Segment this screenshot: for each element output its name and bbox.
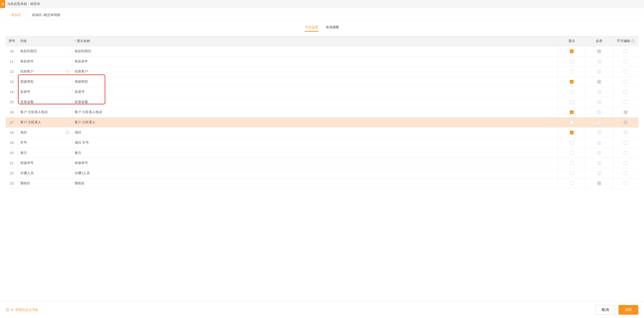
colname-text: 步骤人员 <box>20 171 34 175</box>
table-row: 18项目+项目 <box>6 128 638 138</box>
table-row: 10收款到期日收款到期日 <box>6 46 638 56</box>
page-banner: 当前设置单据： 销货单 <box>0 0 644 8</box>
colname-text: 结算客户 <box>20 70 34 74</box>
table-body: 10收款到期日收款到期日11收款条件收款条件12结算客户+结算客户13票据类型票… <box>6 46 638 188</box>
cell-dispname[interactable]: 发票号 <box>72 87 558 97</box>
checkbox-locked[interactable] <box>624 100 628 104</box>
checkbox-show[interactable] <box>570 110 574 114</box>
cell-required <box>586 138 613 148</box>
checkbox-locked <box>624 131 628 134</box>
cell-colname: 发票号 <box>18 87 72 97</box>
cell-dispname[interactable]: 发票金额 <box>72 97 558 107</box>
checkbox-show[interactable] <box>570 60 574 63</box>
checkbox-locked[interactable] <box>624 182 628 185</box>
add-child-button[interactable]: + <box>66 130 70 135</box>
cell-seq: 18 <box>6 128 18 138</box>
cell-dispname[interactable]: 步骤1人员 <box>72 168 558 178</box>
checkbox-show[interactable] <box>570 182 574 185</box>
cell-dispname[interactable]: 备注 <box>72 148 558 158</box>
cell-colname: 结算客户+ <box>18 66 72 76</box>
cell-show <box>558 118 586 127</box>
cell-seq: 22 <box>6 168 18 178</box>
cell-dispname[interactable]: 收款到期日 <box>72 46 558 56</box>
checkbox-locked[interactable] <box>624 151 628 155</box>
tab-primary-1[interactable]: 表体区–销货单明细 <box>26 10 66 20</box>
cell-seq: 19 <box>6 138 18 148</box>
checkbox-locked[interactable] <box>624 70 628 74</box>
checkbox-show[interactable] <box>570 80 574 84</box>
table-row: 19车号项目.车号 <box>6 138 638 148</box>
checkbox-locked[interactable] <box>624 80 628 84</box>
cell-required <box>586 97 613 107</box>
cell-show <box>558 168 586 178</box>
cell-dispname[interactable]: 结算客户 <box>72 66 558 76</box>
cell-locked <box>613 97 638 107</box>
checkbox-show[interactable] <box>570 131 574 134</box>
cell-colname: 客户.主联系人 <box>18 118 72 127</box>
th-show: 显示 <box>558 36 586 46</box>
tab-secondary-0[interactable]: 字段设置 <box>304 24 319 32</box>
cell-required <box>586 66 613 76</box>
checkbox-show[interactable] <box>570 151 574 155</box>
colname-text: 车号 <box>20 140 27 145</box>
colname-text: 发票金额 <box>20 100 34 104</box>
checkbox-show[interactable] <box>570 171 574 175</box>
cell-show <box>558 138 586 148</box>
cell-dispname[interactable]: 收款条件 <box>72 56 558 66</box>
checkbox-required <box>597 100 601 104</box>
cell-show <box>558 148 586 158</box>
cell-show <box>558 56 586 66</box>
cell-dispname[interactable]: 快递单号 <box>72 158 558 168</box>
checkbox-locked[interactable] <box>624 171 628 175</box>
cell-dispname[interactable]: 客户.主联系人电话 <box>72 107 558 117</box>
checkbox-show[interactable] <box>570 70 574 74</box>
collapse-panel-icon[interactable] <box>0 0 5 8</box>
add-child-button[interactable]: + <box>66 70 70 74</box>
table-row: 14发票号发票号 <box>6 87 638 97</box>
checkbox-required <box>597 131 601 134</box>
checkbox-show[interactable] <box>570 50 574 53</box>
colname-text: 快递单号 <box>20 161 34 165</box>
cell-locked <box>613 77 638 87</box>
colname-text: 客户.主联系人电话 <box>20 110 48 114</box>
colname-text: 收款到期日 <box>20 49 37 54</box>
tabs-secondary: 字段设置布局调整 <box>6 24 638 32</box>
checkbox-show[interactable] <box>570 100 574 104</box>
cell-seq: 23 <box>6 178 18 188</box>
checkbox-locked[interactable] <box>624 60 628 63</box>
cell-locked <box>613 87 638 97</box>
checkbox-locked[interactable] <box>624 161 628 165</box>
cell-dispname[interactable]: 票据类型 <box>72 77 558 87</box>
cell-locked <box>613 107 638 117</box>
tab-primary-0[interactable]: 表头区 <box>6 10 26 20</box>
checkbox-locked[interactable] <box>624 141 628 144</box>
cell-locked <box>613 66 638 76</box>
checkbox-show[interactable] <box>570 120 574 124</box>
cell-dispname[interactable]: 预收款 <box>72 178 558 188</box>
cell-required <box>586 56 613 66</box>
table-row: 23预收款预收款 <box>6 178 638 188</box>
checkbox-required <box>597 80 601 84</box>
cell-dispname[interactable]: 项目.车号 <box>72 138 558 148</box>
cell-seq: 12 <box>6 66 18 76</box>
tabs-primary: 表头区表体区–销货单明细 <box>6 10 638 20</box>
cell-required <box>586 158 613 168</box>
checkbox-locked[interactable] <box>624 50 628 53</box>
cell-required <box>586 148 613 158</box>
checkbox-show[interactable] <box>570 141 574 144</box>
cell-seq: 21 <box>6 158 18 168</box>
checkbox-required <box>597 161 601 165</box>
cell-dispname[interactable]: 项目 <box>72 128 558 138</box>
cell-show <box>558 66 586 76</box>
checkbox-required <box>597 120 601 124</box>
tab-secondary-1[interactable]: 布局调整 <box>325 24 340 32</box>
banner-value: 销货单 <box>30 2 40 6</box>
checkbox-show[interactable] <box>570 90 574 94</box>
checkbox-required <box>597 70 601 74</box>
checkbox-show[interactable] <box>570 161 574 165</box>
cell-dispname[interactable]: 客户.主联系人 <box>72 118 558 127</box>
help-icon[interactable]: ? <box>631 40 634 43</box>
cell-required <box>586 178 613 188</box>
checkbox-locked[interactable] <box>624 90 628 94</box>
colname-text: 收款条件 <box>20 59 34 64</box>
